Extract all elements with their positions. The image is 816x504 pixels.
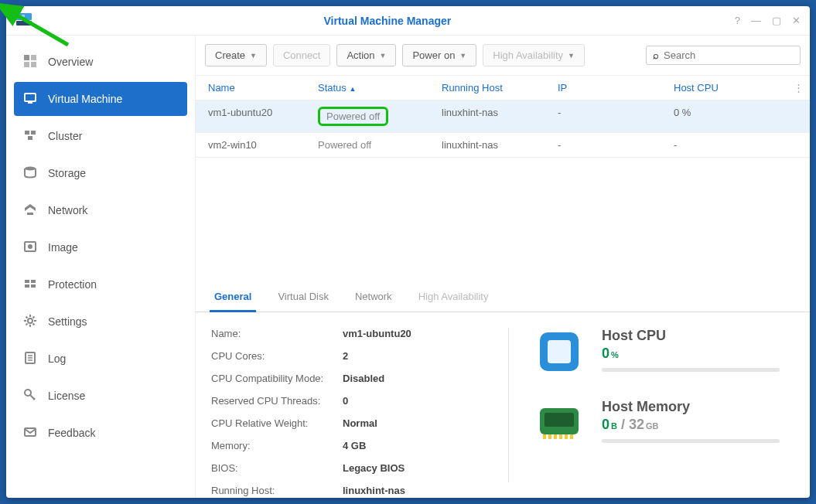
svg-rect-10 xyxy=(25,131,29,135)
sidebar-item-log[interactable]: Log xyxy=(14,342,187,376)
help-icon[interactable]: ? xyxy=(735,15,740,26)
host-memory-bar xyxy=(602,439,780,443)
vm-cpu: 0 % xyxy=(674,107,804,126)
detail-cards: Host CPU 0% Host Memory 0B xyxy=(527,328,794,482)
sidebar-item-label: Storage xyxy=(48,167,86,179)
vm-host: linuxhint-nas xyxy=(442,139,558,151)
svg-rect-18 xyxy=(25,284,29,288)
svg-rect-33 xyxy=(548,434,551,439)
svg-rect-19 xyxy=(31,284,36,288)
ha-button[interactable]: High Availability▼ xyxy=(483,44,585,66)
sidebar-item-label: Network xyxy=(48,204,87,216)
cpu-icon xyxy=(535,328,583,376)
host-cpu-label: Host CPU xyxy=(602,328,780,344)
sidebar-item-label: Protection xyxy=(48,278,97,291)
svg-rect-7 xyxy=(31,62,36,67)
tab-virtual-disk[interactable]: Virtual Disk xyxy=(273,283,333,312)
col-cpu-header[interactable]: Host CPU xyxy=(674,82,794,94)
create-button[interactable]: Create▼ xyxy=(205,44,267,66)
action-button[interactable]: Action▼ xyxy=(336,44,396,66)
svg-rect-6 xyxy=(24,62,29,67)
overview-icon xyxy=(23,54,37,70)
host-memory-card: Host Memory 0B / 32GB xyxy=(535,399,794,447)
vertical-divider xyxy=(508,328,509,482)
storage-icon xyxy=(23,165,37,182)
search-box[interactable]: ⌕ xyxy=(646,46,801,65)
svg-point-15 xyxy=(28,244,32,249)
sidebar: Overview Virtual Machine Cluster Storage… xyxy=(6,36,196,498)
cluster-icon xyxy=(23,128,37,145)
sidebar-item-feedback[interactable]: Feedback xyxy=(14,416,187,450)
col-name-header[interactable]: Name xyxy=(202,82,318,94)
close-icon[interactable]: ✕ xyxy=(792,15,801,26)
vm-status: Powered off xyxy=(318,139,442,151)
svg-rect-5 xyxy=(31,55,36,60)
chevron-down-icon: ▼ xyxy=(250,52,257,60)
column-menu-icon[interactable]: ⋮ xyxy=(794,82,804,94)
table-row[interactable]: vm1-ubuntu20 Powered off linuxhint-nas -… xyxy=(196,100,810,133)
titlebar: Virtual Machine Manager ? — ▢ ✕ xyxy=(6,6,810,36)
sidebar-item-label: Virtual Machine xyxy=(48,93,122,105)
host-cpu-card: Host CPU 0% xyxy=(535,328,794,376)
chevron-down-icon: ▼ xyxy=(568,52,575,60)
svg-rect-37 xyxy=(570,434,573,439)
maximize-icon[interactable]: ▢ xyxy=(772,15,781,26)
col-ip-header[interactable]: IP xyxy=(558,82,674,94)
key-icon xyxy=(23,388,37,404)
sidebar-item-settings[interactable]: Settings xyxy=(14,305,187,339)
tab-network[interactable]: Network xyxy=(350,283,397,312)
status-highlight: Powered off xyxy=(318,107,388,126)
memory-icon xyxy=(535,399,583,447)
protection-icon xyxy=(23,277,37,293)
host-memory-value: 0B / 32GB xyxy=(602,417,780,433)
svg-rect-29 xyxy=(548,340,571,363)
search-icon: ⌕ xyxy=(653,49,659,61)
sidebar-item-label: Settings xyxy=(48,315,87,328)
col-host-header[interactable]: Running Host xyxy=(442,82,558,94)
svg-rect-31 xyxy=(545,413,574,427)
sidebar-item-label: Feedback xyxy=(48,427,95,439)
svg-rect-9 xyxy=(28,102,32,104)
svg-point-13 xyxy=(25,166,36,170)
minimize-icon[interactable]: — xyxy=(751,15,761,26)
connect-button[interactable]: Connect xyxy=(273,44,330,66)
image-icon xyxy=(23,240,37,256)
svg-point-25 xyxy=(25,390,31,396)
sidebar-item-label: License xyxy=(48,390,85,402)
col-status-header[interactable]: Status ▲ xyxy=(318,82,442,94)
svg-rect-11 xyxy=(31,131,36,135)
tab-general[interactable]: General xyxy=(210,283,256,312)
host-cpu-value: 0% xyxy=(602,346,780,362)
gear-icon xyxy=(23,314,37,330)
sidebar-item-license[interactable]: License xyxy=(14,379,187,413)
sidebar-item-storage[interactable]: Storage xyxy=(14,156,187,190)
sidebar-item-network[interactable]: Network xyxy=(14,193,187,227)
window-title: Virtual Machine Manager xyxy=(40,15,735,27)
sidebar-item-label: Overview xyxy=(48,56,93,68)
svg-rect-35 xyxy=(559,434,562,439)
chevron-down-icon: ▼ xyxy=(459,52,466,60)
sidebar-item-cluster[interactable]: Cluster xyxy=(14,119,187,153)
svg-rect-4 xyxy=(24,55,29,60)
sidebar-item-image[interactable]: Image xyxy=(14,230,187,264)
sidebar-item-protection[interactable]: Protection xyxy=(14,267,187,301)
tab-high-availability[interactable]: High Availability xyxy=(414,283,493,312)
svg-rect-36 xyxy=(565,434,568,439)
svg-line-27 xyxy=(6,36,68,45)
svg-rect-32 xyxy=(543,434,546,439)
vm-icon xyxy=(23,91,37,107)
search-input[interactable] xyxy=(664,49,794,61)
toolbar: Create▼ Connect Action▼ Power on▼ High A… xyxy=(196,36,810,76)
svg-rect-8 xyxy=(25,94,36,101)
svg-rect-17 xyxy=(31,280,36,283)
details-body: Name:vm1-ubuntu20 CPU Cores:2 CPU Compat… xyxy=(196,312,810,498)
vm-host: linuxhint-nas xyxy=(442,107,558,126)
sidebar-item-virtual-machine[interactable]: Virtual Machine xyxy=(14,82,187,116)
sidebar-item-overview[interactable]: Overview xyxy=(14,45,187,79)
table-row[interactable]: vm2-win10 Powered off linuxhint-nas - - xyxy=(196,133,810,158)
power-button[interactable]: Power on▼ xyxy=(402,44,476,66)
vm-ip: - xyxy=(558,139,674,151)
vm-ip: - xyxy=(558,107,674,126)
log-icon xyxy=(23,351,37,367)
vm-name: vm2-win10 xyxy=(202,139,318,151)
